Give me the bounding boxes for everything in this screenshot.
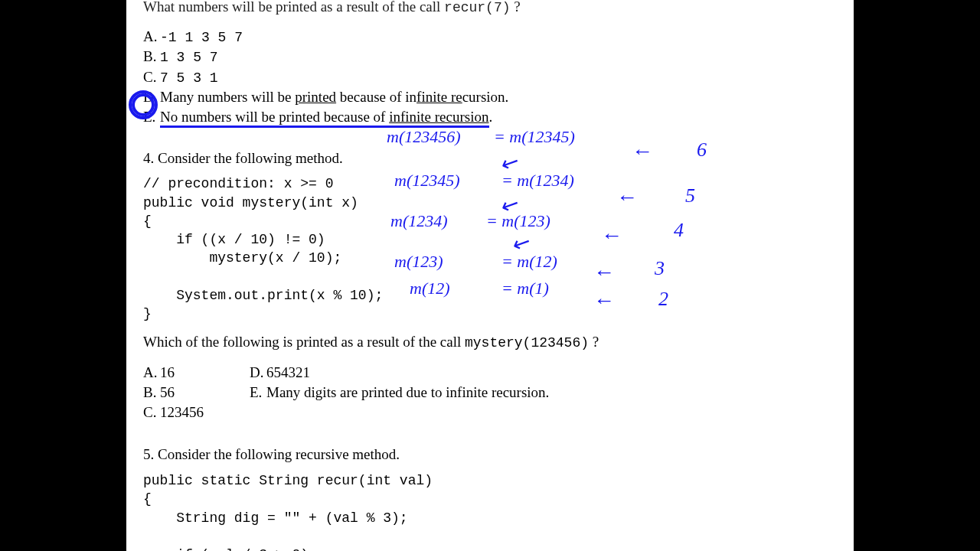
q3-options: A.-1 1 3 5 7 B.1 3 5 7 C.7 5 3 1 D.Many … — [143, 28, 840, 126]
q4-options: A.16 B.56 C.123456 D.654321 E.Many digit… — [143, 362, 840, 422]
q4-prompt-post: ? — [589, 334, 599, 350]
document-page: What numbers will be printed as a result… — [126, 0, 854, 551]
q3-opt-b-text: 1 3 5 7 — [160, 50, 218, 65]
q5-heading: 5. Consider the following recursive meth… — [143, 445, 840, 464]
q4-option-b: B.56 — [143, 383, 204, 402]
q3-option-b: B.1 3 5 7 — [143, 47, 840, 67]
q3-d-u1: printed — [295, 89, 336, 105]
q4-prompt-pre: Which of the following is printed as a r… — [143, 334, 465, 350]
q3-prompt: What numbers will be printed as a result… — [143, 0, 840, 17]
q3-d-post: cursion. — [462, 89, 509, 105]
q3-opt-c-text: 7 5 3 1 — [160, 70, 218, 86]
q4-d-text: 654321 — [266, 364, 310, 380]
q4-prompt-code: mystery(123456) — [465, 335, 589, 350]
q4-c-text: 123456 — [160, 404, 204, 420]
q3-option-a: A.-1 1 3 5 7 — [143, 28, 840, 47]
q3-e-pre: No numbers will be printed because of — [160, 109, 389, 125]
q4-b-text: 56 — [160, 384, 175, 400]
q4-prompt: Which of the following is printed as a r… — [143, 333, 840, 352]
q3-prompt-code: recur(7) — [444, 0, 510, 15]
q4-e-text: Many digits are printed due to infinite … — [266, 384, 549, 400]
q4-option-d: D.654321 — [250, 364, 549, 382]
q4-option-c: C.123456 — [143, 403, 204, 422]
q4-heading: 4. Consider the following method. — [143, 149, 840, 168]
q4-number: 4. — [143, 150, 154, 166]
q3-opt-a-text: -1 1 3 5 7 — [160, 30, 243, 45]
q3-d-pre: Many numbers will be — [160, 89, 295, 105]
q5-intro: Consider the following recursive method. — [158, 446, 400, 462]
q3-option-e: E.No numbers will be printed because of … — [143, 108, 840, 126]
q4-code: // precondition: x >= 0 public void myst… — [143, 174, 840, 323]
q3-prompt-tail: ? — [511, 0, 521, 15]
q4-option-e: E.Many digits are printed due to infinit… — [250, 383, 549, 402]
q3-d-u2: finite re — [416, 89, 462, 105]
q4-intro: Consider the following method. — [158, 150, 343, 166]
q3-option-d: D.Many numbers will be printed because o… — [143, 88, 840, 106]
q5-code: public static String recur(int val) { St… — [143, 471, 840, 551]
q3-option-c: C.7 5 3 1 — [143, 68, 840, 87]
q4-a-text: 16 — [160, 364, 175, 380]
q3-d-mid: because of in — [336, 89, 416, 105]
q3-prompt-text: What numbers will be printed as a result… — [143, 0, 444, 15]
q5-number: 5. — [143, 446, 154, 462]
q3-e-post: . — [489, 109, 493, 125]
q4-option-a: A.16 — [143, 364, 204, 382]
q3-e-u: infinite recursion — [389, 109, 488, 125]
